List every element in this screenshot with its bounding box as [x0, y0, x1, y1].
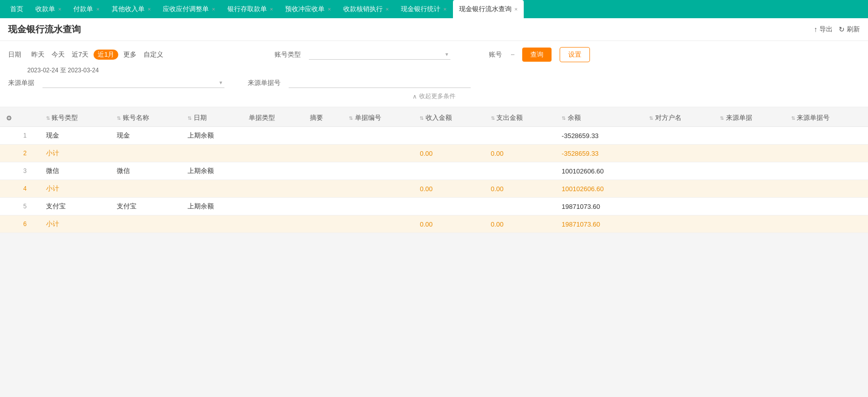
refresh-button[interactable]: ↻ 刷新: [839, 25, 860, 34]
query-button[interactable]: 查询: [522, 48, 552, 62]
cell-source-doc: [715, 127, 786, 145]
cell-doc-no: [344, 127, 415, 145]
source-doc-num-label: 来源单据号: [248, 78, 281, 87]
cell-date: [182, 180, 244, 198]
cell-source-doc: [715, 162, 786, 180]
cell-row-num: 4: [18, 180, 41, 198]
close-icon[interactable]: ×: [328, 0, 331, 18]
cell-source-doc-no: [786, 127, 868, 145]
cell-summary: [305, 127, 344, 145]
column-doc-no[interactable]: ⇅ 单据编号: [344, 109, 415, 127]
cell-doc-type: [244, 162, 305, 180]
cell-checkbox: [0, 145, 18, 162]
page-header: 现金银行流水查询 ↑ 导出 ↻ 刷新: [0, 18, 868, 41]
cell-doc-no: [344, 215, 415, 233]
cell-date: 上期余额: [182, 198, 244, 215]
close-icon[interactable]: ×: [148, 0, 151, 18]
account-type-input[interactable]: [311, 51, 445, 58]
column-account-type[interactable]: ⇅ 账号类型: [41, 109, 112, 127]
source-doc-input[interactable]: [44, 79, 219, 86]
cell-date: [182, 145, 244, 162]
cell-expense: [486, 127, 557, 145]
cell-doc-type: [244, 215, 305, 233]
table-row: 6小计0.000.0019871073.60: [0, 215, 868, 233]
table-row: 5支付宝支付宝上期余额19871073.60: [0, 198, 868, 215]
column-source-doc-no[interactable]: ⇅ 来源单据号: [786, 109, 868, 127]
cell-balance: -3528659.33: [557, 127, 644, 145]
cell-counterparty: [644, 215, 715, 233]
nav-item-other-income[interactable]: 其他收入单 ×: [106, 0, 157, 18]
date-more[interactable]: 更多: [121, 50, 139, 60]
column-counterparty[interactable]: ⇅ 对方户名: [644, 109, 715, 127]
source-doc-label: 来源单据: [8, 78, 34, 87]
cell-row-num: 1: [18, 127, 41, 145]
date-options: 昨天 今天 近7天 近1月 更多 自定义: [29, 50, 165, 60]
cell-row-num: 3: [18, 162, 41, 180]
source-doc-select[interactable]: ▾: [42, 78, 224, 88]
header-actions: ↑ 导出 ↻ 刷新: [814, 25, 860, 34]
date-near1m[interactable]: 近1月: [94, 50, 118, 60]
nav-item-writeoff[interactable]: 收款核销执行 ×: [337, 0, 395, 18]
gear-icon: ⚙: [6, 114, 12, 122]
cell-summary: [305, 162, 344, 180]
column-doc-type: 单据类型: [244, 109, 305, 127]
nav-item-bank-flow[interactable]: 现金银行流水查询 ×: [453, 0, 524, 18]
date-custom[interactable]: 自定义: [142, 50, 165, 60]
data-table: ⚙ ⇅ 账号类型 ⇅ 账号名称 ⇅ 日期 单据类型 摘要 ⇅ 单据编号: [0, 109, 868, 233]
filter-area: 日期 昨天 今天 近7天 近1月 更多 自定义 账号类型 ▾ 账号 ··· 查询…: [0, 41, 868, 107]
cell-income: [415, 127, 485, 145]
close-icon[interactable]: ×: [58, 0, 61, 18]
cell-checkbox: [0, 127, 18, 145]
close-icon[interactable]: ×: [96, 0, 99, 18]
close-icon[interactable]: ×: [386, 0, 389, 18]
close-icon[interactable]: ×: [270, 0, 273, 18]
nav-item-prepaid[interactable]: 预收冲应收单 ×: [279, 0, 337, 18]
filter-row-source: 来源单据 ▾ 来源单据号: [8, 78, 860, 88]
export-button[interactable]: ↑ 导出: [814, 25, 833, 34]
cell-expense: [486, 162, 557, 180]
collapse-button[interactable]: ∧ 收起更多条件: [413, 92, 455, 101]
account-type-select[interactable]: ▾: [309, 50, 450, 60]
source-doc-num-field[interactable]: [291, 79, 469, 86]
cell-source-doc-no: [786, 180, 868, 198]
cell-counterparty: [644, 145, 715, 162]
nav-item-bank-deposit[interactable]: 银行存取款单 ×: [221, 0, 279, 18]
date-near7[interactable]: 近7天: [70, 50, 90, 60]
settings-button[interactable]: 设置: [560, 47, 590, 62]
cell-source-doc-no: [786, 162, 868, 180]
cell-expense: 0.00: [486, 215, 557, 233]
nav-item-adjustment[interactable]: 应收应付调整单 ×: [157, 0, 221, 18]
nav-item-payment[interactable]: 付款单 ×: [67, 0, 105, 18]
nav-item-receipt[interactable]: 收款单 ×: [29, 0, 67, 18]
date-today[interactable]: 今天: [50, 50, 67, 60]
filter-row-date: 日期 昨天 今天 近7天 近1月 更多 自定义 账号类型 ▾ 账号 ··· 查询…: [8, 47, 860, 62]
nav-item-home[interactable]: 首页: [4, 0, 29, 18]
column-gear[interactable]: ⚙: [0, 109, 18, 127]
close-icon[interactable]: ×: [515, 0, 518, 18]
nav-item-bank-stats[interactable]: 现金银行统计 ×: [395, 0, 452, 18]
cell-income: 0.00: [415, 180, 485, 198]
cell-doc-no: [344, 162, 415, 180]
cell-row-num: 6: [18, 215, 41, 233]
date-yesterday[interactable]: 昨天: [29, 50, 47, 60]
column-account-name[interactable]: ⇅ 账号名称: [112, 109, 182, 127]
cell-counterparty: [644, 198, 715, 215]
column-income[interactable]: ⇅ 收入金额: [415, 109, 485, 127]
cell-account-name: [112, 145, 182, 162]
column-expense[interactable]: ⇅ 支出金额: [486, 109, 557, 127]
column-balance[interactable]: ⇅ 余额: [557, 109, 644, 127]
cell-doc-no: [344, 198, 415, 215]
close-icon[interactable]: ×: [212, 0, 215, 18]
cell-date: 上期余额: [182, 162, 244, 180]
close-icon[interactable]: ×: [443, 0, 446, 18]
cell-date: [182, 215, 244, 233]
cell-expense: 0.00: [486, 180, 557, 198]
table-header-row: ⚙ ⇅ 账号类型 ⇅ 账号名称 ⇅ 日期 单据类型 摘要 ⇅ 单据编号: [0, 109, 868, 127]
column-summary: 摘要: [305, 109, 344, 127]
cell-checkbox: [0, 162, 18, 180]
cell-row-num: 5: [18, 198, 41, 215]
source-doc-num-input[interactable]: [289, 78, 471, 88]
more-options-icon[interactable]: ···: [510, 50, 514, 59]
column-date[interactable]: ⇅ 日期: [182, 109, 244, 127]
column-source-doc[interactable]: ⇅ 来源单据: [715, 109, 786, 127]
